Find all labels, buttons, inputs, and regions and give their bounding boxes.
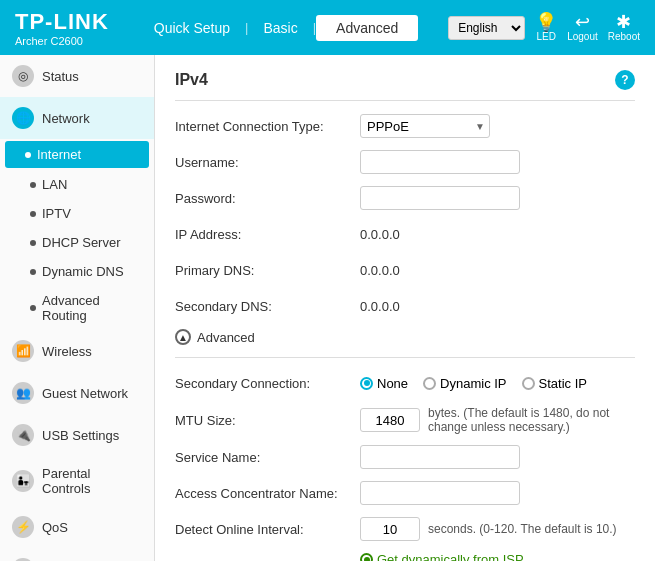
reboot-button[interactable]: ✱ Reboot	[608, 13, 640, 42]
sidebar-item-guest[interactable]: 👥 Guest Network	[0, 372, 154, 414]
primary-dns-label: Primary DNS:	[175, 263, 360, 278]
sidebar-label-wireless: Wireless	[42, 344, 92, 359]
secondary-conn-label: Secondary Connection:	[175, 376, 360, 391]
detect-interval-label: Detect Online Interval:	[175, 522, 360, 537]
username-row: Username:	[175, 149, 635, 175]
sidebar-sub-dhcp[interactable]: DHCP Server	[0, 228, 154, 257]
radio-dynamic-label: Dynamic IP	[440, 376, 506, 391]
sidebar-label-lan: LAN	[42, 177, 67, 192]
sidebar-label-usb: USB Settings	[42, 428, 119, 443]
mtu-input[interactable]	[360, 408, 420, 432]
mtu-row: MTU Size: bytes. (The default is 1480, d…	[175, 406, 635, 434]
access-conc-input[interactable]	[360, 481, 520, 505]
section-title: IPv4 ?	[175, 70, 635, 90]
language-select[interactable]: English Chinese	[448, 16, 525, 40]
detect-interval-row: Detect Online Interval: seconds. (0-120.…	[175, 516, 635, 542]
nav-quick-setup[interactable]: Quick Setup	[139, 20, 245, 36]
led-button[interactable]: 💡 LED	[535, 13, 557, 42]
detect-interval-input[interactable]	[360, 517, 420, 541]
advanced-divider	[175, 357, 635, 358]
primary-dns-row: Primary DNS: 0.0.0.0	[175, 257, 635, 283]
sidebar-sub-lan[interactable]: LAN	[0, 170, 154, 199]
layout: ◎ Status 🌐 Network Internet LAN IPTV DHC…	[0, 55, 655, 561]
sidebar-item-parental[interactable]: 👨‍👧 Parental Controls	[0, 456, 154, 506]
ip-address-row: IP Address: 0.0.0.0	[175, 221, 635, 247]
radio-dynamic-ip[interactable]: Dynamic IP	[423, 376, 506, 391]
ddns-dot	[30, 269, 36, 275]
password-label: Password:	[175, 191, 360, 206]
wireless-icon: 📶	[12, 340, 34, 362]
connection-type-select-wrap: PPPoE Dynamic IP Static IP ▼	[360, 114, 490, 138]
status-icon: ◎	[12, 65, 34, 87]
secondary-dns-row: Secondary DNS: 0.0.0.0	[175, 293, 635, 319]
detect-interval-note: seconds. (0-120. The default is 10.)	[428, 522, 617, 536]
sidebar-label-parental: Parental Controls	[42, 466, 142, 496]
connection-type-label: Internet Connection Type:	[175, 119, 360, 134]
sidebar-sub-internet[interactable]: Internet	[5, 141, 149, 168]
mtu-label: MTU Size:	[175, 413, 360, 428]
sidebar-item-wireless[interactable]: 📶 Wireless	[0, 330, 154, 372]
service-name-input[interactable]	[360, 445, 520, 469]
username-label: Username:	[175, 155, 360, 170]
sidebar-label-network: Network	[42, 111, 90, 126]
secondary-conn-row: Secondary Connection: None Dynamic IP St…	[175, 370, 635, 396]
sidebar-label-status: Status	[42, 69, 79, 84]
radio-ip-dyn-circle	[360, 553, 373, 561]
connection-type-select[interactable]: PPPoE Dynamic IP Static IP	[360, 114, 490, 138]
radio-none-circle	[360, 377, 373, 390]
sidebar-sub-adv-routing[interactable]: Advanced Routing	[0, 286, 154, 330]
ip-address-value: 0.0.0.0	[360, 227, 400, 242]
section-divider	[175, 100, 635, 101]
access-conc-label: Access Concentrator Name:	[175, 486, 360, 501]
guest-icon: 👥	[12, 382, 34, 404]
password-input[interactable]	[360, 186, 520, 210]
radio-none[interactable]: None	[360, 376, 408, 391]
usb-icon: 🔌	[12, 424, 34, 446]
sidebar-label-internet: Internet	[37, 147, 81, 162]
service-name-label: Service Name:	[175, 450, 360, 465]
secondary-dns-label: Secondary DNS:	[175, 299, 360, 314]
nav-links: Quick Setup | Basic | Advanced	[139, 15, 448, 41]
radio-none-label: None	[377, 376, 408, 391]
sidebar-label-guest: Guest Network	[42, 386, 128, 401]
access-conc-row: Access Concentrator Name:	[175, 480, 635, 506]
advanced-toggle-label: Advanced	[197, 330, 255, 345]
sidebar-item-qos[interactable]: ⚡ QoS	[0, 506, 154, 548]
sidebar-item-status[interactable]: ◎ Status	[0, 55, 154, 97]
ip-dyn-label: Get dynamically from ISP	[377, 552, 524, 561]
toggle-circle-icon: ▲	[175, 329, 191, 345]
header: TP-LINK Archer C2600 Quick Setup | Basic…	[0, 0, 655, 55]
header-right: English Chinese 💡 LED ↩ Logout ✱ Reboot	[448, 13, 640, 42]
logo-tp: TP-LINK	[15, 9, 109, 35]
sidebar-label-adv-routing: Advanced Routing	[42, 293, 142, 323]
sidebar-item-security[interactable]: 🔒 Security	[0, 548, 154, 561]
sidebar-label-iptv: IPTV	[42, 206, 71, 221]
logo-model: Archer C2600	[15, 35, 109, 47]
adv-routing-dot	[30, 305, 36, 311]
nav-basic[interactable]: Basic	[248, 20, 312, 36]
help-icon[interactable]: ?	[615, 70, 635, 90]
logout-button[interactable]: ↩ Logout	[567, 13, 598, 42]
network-icon: 🌐	[12, 107, 34, 129]
sidebar-label-qos: QoS	[42, 520, 68, 535]
secondary-conn-radio-group: None Dynamic IP Static IP	[360, 376, 587, 391]
radio-static-ip[interactable]: Static IP	[522, 376, 587, 391]
sidebar-sub-ddns[interactable]: Dynamic DNS	[0, 257, 154, 286]
sidebar-sub-iptv[interactable]: IPTV	[0, 199, 154, 228]
username-input[interactable]	[360, 150, 520, 174]
radio-static-label: Static IP	[539, 376, 587, 391]
advanced-toggle[interactable]: ▲ Advanced	[175, 329, 635, 345]
radio-static-circle	[522, 377, 535, 390]
dhcp-dot	[30, 240, 36, 246]
mtu-note: bytes. (The default is 1480, do not chan…	[428, 406, 635, 434]
iptv-dot	[30, 211, 36, 217]
logo-area: TP-LINK Archer C2600	[15, 9, 109, 47]
password-row: Password:	[175, 185, 635, 211]
secondary-dns-value: 0.0.0.0	[360, 299, 400, 314]
ipv4-title: IPv4	[175, 71, 208, 89]
lan-dot	[30, 182, 36, 188]
nav-advanced[interactable]: Advanced	[316, 15, 418, 41]
sidebar-item-network[interactable]: 🌐 Network	[0, 97, 154, 139]
radio-ip-dyn[interactable]: Get dynamically from ISP	[360, 552, 542, 561]
sidebar-item-usb[interactable]: 🔌 USB Settings	[0, 414, 154, 456]
